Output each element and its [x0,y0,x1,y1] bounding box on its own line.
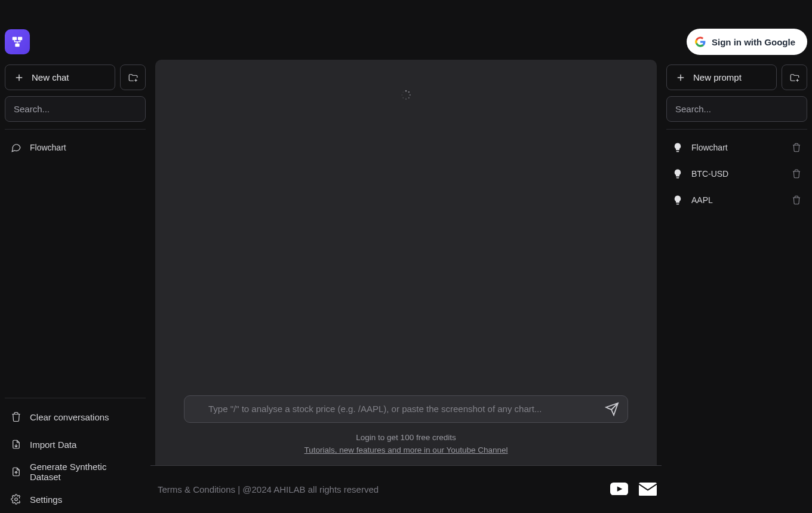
google-signin-button[interactable]: Sign in with Google [687,29,807,55]
svg-point-11 [403,92,404,93]
prompt-item-label: BTC-USD [691,169,728,179]
bottom-item-label: Import Data [30,440,76,450]
spinner-icon [401,90,411,100]
main-content: Login to get 100 free credits Tutorials,… [150,60,662,513]
lightbulb-icon [672,168,683,179]
svg-point-3 [15,498,18,501]
plus-icon [14,72,24,83]
plus-icon [675,72,686,83]
chat-search-input[interactable] [14,104,137,114]
google-signin-label: Sign in with Google [712,37,795,47]
delete-prompt-button[interactable] [792,169,801,179]
import-icon [11,439,21,450]
new-folder-button[interactable] [120,64,146,90]
bottom-item-label: Settings [30,494,62,505]
youtube-link[interactable] [610,483,628,497]
svg-point-7 [408,97,410,99]
gear-icon [11,494,21,505]
loading-indicator [401,90,411,100]
new-chat-button[interactable]: New chat [5,64,115,90]
youtube-icon [610,483,628,495]
svg-point-9 [402,97,404,99]
import-data-button[interactable]: Import Data [5,431,146,458]
trash-icon [11,411,21,422]
app-logo[interactable] [5,29,30,54]
mail-icon [639,483,657,496]
chat-pane: Login to get 100 free credits Tutorials,… [155,60,657,465]
bottom-item-label: Generate Synthetic Dataset [30,462,140,482]
settings-button[interactable]: Settings [5,486,146,513]
prompt-list-item[interactable]: Flowchart [666,134,807,161]
trash-icon [792,195,801,205]
folder-plus-icon [789,72,800,83]
credits-notice: Login to get 100 free credits [155,431,657,444]
prompt-item-label: AAPL [691,195,713,205]
tutorial-link[interactable]: Tutorials, new features and more in our … [304,446,508,454]
folder-plus-icon [128,72,139,83]
svg-point-5 [408,91,410,93]
new-chat-label: New chat [32,72,69,82]
svg-rect-13 [639,483,657,496]
lightbulb-icon [672,142,683,153]
email-link[interactable] [639,483,657,497]
clear-conversations-button[interactable]: Clear conversations [5,403,146,431]
svg-point-8 [405,99,407,100]
svg-point-10 [402,94,403,96]
svg-point-4 [405,90,407,91]
prompt-item-label: Flowchart [691,143,728,152]
chat-list-item[interactable]: Flowchart [5,134,146,161]
chat-item-label: Flowchart [30,143,66,152]
trash-icon [792,169,801,179]
prompt-search-input[interactable] [675,104,798,114]
left-sidebar: New chat Flowchart Clear conversations [0,60,150,513]
delete-prompt-button[interactable] [792,195,801,205]
header: Sign in with Google [0,29,812,55]
google-icon [695,36,706,47]
svg-rect-0 [13,37,17,41]
bottom-item-label: Clear conversations [30,412,109,422]
chat-icon [11,142,21,153]
send-button[interactable] [605,402,619,416]
new-prompt-label: New prompt [693,72,742,82]
delete-prompt-button[interactable] [792,143,801,152]
trash-icon [792,143,801,152]
lightbulb-icon [672,195,683,205]
footer: Terms & Conditions | @2024 AHILAB all ri… [150,465,662,513]
new-prompt-folder-button[interactable] [782,64,807,90]
prompt-list-item[interactable]: BTC-USD [666,161,807,187]
send-icon [605,402,619,416]
generate-icon [11,466,21,477]
footer-legal-text: Terms & Conditions | @2024 AHILAB all ri… [158,484,379,494]
svg-rect-1 [18,37,22,41]
prompt-list-item[interactable]: AAPL [666,187,807,213]
right-sidebar: New prompt Flowchart BTC-USD AAPL [662,60,812,513]
svg-rect-2 [15,44,19,47]
chat-input[interactable] [208,404,605,414]
svg-point-6 [410,94,411,96]
generate-dataset-button[interactable]: Generate Synthetic Dataset [5,458,146,486]
new-prompt-button[interactable]: New prompt [666,64,777,90]
